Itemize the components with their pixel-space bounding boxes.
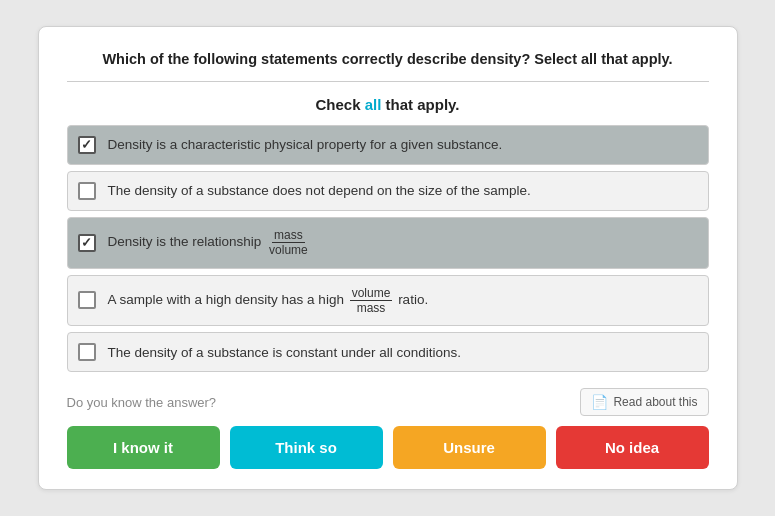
do-you-know-label: Do you know the answer? <box>67 395 217 410</box>
option-text-5: The density of a substance is constant u… <box>108 345 698 360</box>
checkmark-3: ✓ <box>81 235 92 250</box>
option-row-3[interactable]: ✓ Density is the relationship mass volum… <box>67 217 709 269</box>
checkbox-5[interactable] <box>78 343 96 361</box>
footer-row: Do you know the answer? 📄 Read about thi… <box>67 388 709 416</box>
option-row-2[interactable]: The density of a substance does not depe… <box>67 171 709 211</box>
checkmark-1: ✓ <box>81 137 92 152</box>
checkbox-3[interactable]: ✓ <box>78 234 96 252</box>
fraction-4: volume mass <box>350 286 393 316</box>
checkbox-2[interactable] <box>78 182 96 200</box>
checkbox-1[interactable]: ✓ <box>78 136 96 154</box>
checkbox-4[interactable] <box>78 291 96 309</box>
option-row-1[interactable]: ✓ Density is a characteristic physical p… <box>67 125 709 165</box>
option-row-5[interactable]: The density of a substance is constant u… <box>67 332 709 372</box>
know-it-button[interactable]: I know it <box>67 426 220 469</box>
document-icon: 📄 <box>591 394 608 410</box>
divider <box>67 81 709 82</box>
think-so-button[interactable]: Think so <box>230 426 383 469</box>
unsure-button[interactable]: Unsure <box>393 426 546 469</box>
question-text: Which of the following statements correc… <box>67 51 709 67</box>
option-text-2: The density of a substance does not depe… <box>108 183 698 198</box>
option-text-4: A sample with a high density has a high … <box>108 286 698 316</box>
read-about-button[interactable]: 📄 Read about this <box>580 388 708 416</box>
fraction-3: mass volume <box>267 228 310 258</box>
no-idea-button[interactable]: No idea <box>556 426 709 469</box>
quiz-card: Which of the following statements correc… <box>38 26 738 491</box>
option-row-4[interactable]: A sample with a high density has a high … <box>67 275 709 327</box>
action-buttons: I know it Think so Unsure No idea <box>67 426 709 469</box>
option-text-1: Density is a characteristic physical pro… <box>108 137 698 152</box>
option-text-3: Density is the relationship mass volume <box>108 228 698 258</box>
subheading: Check all that apply. <box>67 96 709 113</box>
